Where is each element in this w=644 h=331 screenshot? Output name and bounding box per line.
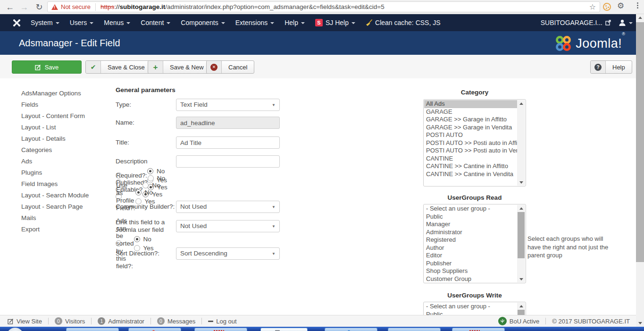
category-option[interactable]: CANTINE >> Cantine in Vendita [424,170,517,178]
usergroup-option[interactable]: Shop Suppliers [424,267,517,275]
scroll-down-icon[interactable] [517,179,525,186]
community-builder-select[interactable]: Not Used ▼ [176,201,280,213]
navbar-menu-item[interactable]: Users [65,14,99,31]
sortable-no-radio[interactable] [134,236,140,242]
category-option[interactable]: CANTINE [424,155,517,163]
bookmark-star-icon[interactable]: ☆ [589,2,596,11]
usergroup-option[interactable]: Customer Group [424,275,517,283]
link-user-field-select[interactable]: Not Used ▼ [176,220,280,232]
bou-active[interactable]: BoU Active [498,317,540,325]
profile-no-radio[interactable] [135,189,142,195]
listbox-scrollbar[interactable] [517,205,525,282]
messages-link[interactable]: 0 Messages [157,317,195,325]
usergroup-option[interactable]: Manager [424,221,517,229]
extension-cookie-icon[interactable] [603,3,611,11]
view-site-link[interactable]: View Site [8,318,42,325]
listbox-scrollbar[interactable] [517,100,525,186]
save-button[interactable]: Save [12,60,82,74]
type-select[interactable]: Text Field ▼ [176,99,280,111]
usergroup-option[interactable]: Editor [424,252,517,260]
sortable-yes-radio[interactable] [134,245,140,251]
scroll-up-icon[interactable] [636,14,644,21]
editable-no-radio[interactable] [142,182,149,188]
sidebar-item[interactable]: Ads [21,156,89,167]
category-option[interactable]: GARAGE >> Garage in Affitto [424,116,517,124]
required-no-radio[interactable] [147,168,153,174]
cancel-button[interactable]: ✕ Cancel [206,60,254,74]
sidebar-item[interactable]: Layout - Search Page [21,201,89,212]
usergroup-option[interactable]: - Select an user group - [424,303,517,311]
logout-link[interactable]: Log out [208,318,236,325]
site-name-link[interactable]: SUBITOGARAGE.I... [541,19,611,26]
navbar-clean-cache[interactable]: Clean cache: CSS, JS [360,14,446,31]
page-scrollbar[interactable] [636,14,644,327]
scroll-up-icon[interactable] [517,100,525,107]
profile-yes-radio[interactable] [135,198,142,204]
taskbar-button[interactable] [194,328,247,331]
published-no-radio[interactable] [148,175,154,181]
taskbar-button[interactable] [325,328,377,331]
category-option[interactable]: POSTI AUTO [424,131,517,139]
category-option[interactable]: GARAGE [424,108,517,116]
navbar-menu-item[interactable]: Content [135,14,176,31]
help-button[interactable]: ? Help [590,60,632,74]
taskbar-button[interactable] [388,328,441,331]
taskbar-button[interactable] [128,328,181,331]
sidebar-item[interactable]: Export [21,224,89,235]
usergroup-option[interactable]: Administrator [424,229,517,237]
scroll-up-icon[interactable] [517,303,525,309]
scrollbar-thumb[interactable] [636,22,644,262]
extension-gear-icon[interactable]: ⚙ [617,1,624,11]
sidebar-item[interactable]: Categories [21,144,89,156]
sidebar-item[interactable]: Fields [21,99,89,110]
save-close-button[interactable]: ✔ Save & Close [85,60,152,74]
sort-direction-select[interactable]: Sort Descending ▼ [176,247,280,260]
category-option[interactable]: POSTI AUTO >> Posti auto in Affitto [424,139,517,147]
reload-icon[interactable]: ↻ [33,1,45,13]
sidebar-item[interactable]: Mails [21,212,89,224]
visitors-link[interactable]: 0 Visitors [55,317,85,325]
usergroup-option[interactable]: Registered [424,236,517,244]
category-option[interactable]: CANTINE >> Cantine in Affitto [424,162,517,170]
navbar-menu-sj-help[interactable]: S SJ Help [310,14,360,31]
user-menu[interactable] [619,19,633,26]
category-option[interactable]: GARAGE >> Garage in Vendita [424,124,517,132]
category-option[interactable]: All Ads [424,100,517,108]
back-icon[interactable]: ← [4,1,16,13]
url-host: subitogarage.it [119,3,165,10]
navbar-menu-item[interactable]: Help [279,14,310,31]
sidebar-item[interactable]: Layout - Content Form [21,110,89,122]
scroll-down-icon[interactable] [517,276,525,282]
administrator-link[interactable]: 1 Administrator [98,317,144,325]
sidebar-item[interactable]: Layout - Search Module [21,190,89,201]
category-option[interactable]: POSTI AUTO >> Posti auto in Vendita [424,147,517,155]
forward-icon[interactable]: → [18,1,30,13]
url-bar[interactable]: ! Not secure https://subitogarage.it/adm… [47,1,600,12]
taskbar-button[interactable] [260,328,308,331]
save-new-button[interactable]: + Save & New [148,60,211,74]
usergroup-option[interactable]: Publisher [424,260,517,268]
start-button[interactable] [7,328,24,331]
navbar-menu-item[interactable]: Menus [99,14,135,31]
navbar-menu-item[interactable]: Extensions [230,14,279,31]
sidebar-item[interactable]: Field Images [21,178,89,190]
navbar-menu-item[interactable]: Components [176,14,230,31]
name-input[interactable] [176,117,280,129]
usergroup-option[interactable]: - Select an user group - [424,205,517,213]
description-input[interactable] [176,155,280,168]
sidebar-item[interactable]: Layout - Details [21,133,89,144]
scroll-down-icon[interactable] [636,320,644,327]
usergroup-option[interactable]: Public [424,213,517,221]
joomla-favicon[interactable] [9,19,24,27]
scrollbar-thumb[interactable] [518,212,525,258]
taskbar-button[interactable] [66,328,119,331]
navbar-menu-item[interactable]: System [25,14,65,31]
browser-menu-icon[interactable] [634,2,641,12]
sidebar-item[interactable]: Layout - List [21,122,89,133]
sidebar-item[interactable]: AdsManager Options [21,88,89,99]
scroll-up-icon[interactable] [517,205,525,212]
sidebar-item[interactable]: Plugins [21,167,89,178]
usergroup-option[interactable]: Author [424,244,517,252]
title-input[interactable] [176,136,280,149]
taskbar-button[interactable] [452,328,505,331]
